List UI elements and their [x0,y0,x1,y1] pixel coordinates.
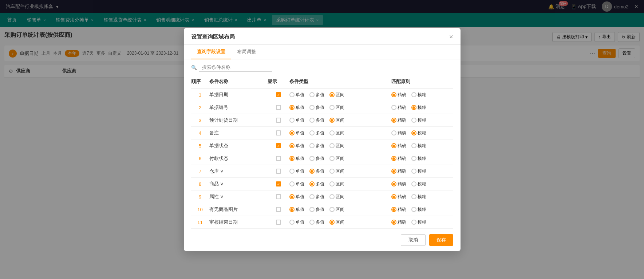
display-checkbox[interactable]: ✓ [276,181,281,186]
type-radio-single[interactable]: 单值 [289,219,304,225]
display-checkbox[interactable] [276,207,281,212]
type-radio-single[interactable]: 单值 [289,181,304,187]
type-radio-single[interactable]: 单值 [289,207,304,213]
radio-label-multi: 多值 [316,219,324,225]
search-input[interactable] [199,63,272,72]
rule-radio-fuzzy[interactable]: 模糊 [411,130,426,136]
rule-circle-fuzzy [411,181,416,186]
type-radio-multi[interactable]: 多值 [309,130,324,136]
rule-radio-fuzzy[interactable]: 模糊 [411,117,426,123]
type-radio-multi[interactable]: 多值 [309,156,324,162]
display-checkbox[interactable] [276,130,281,135]
type-radio-range[interactable]: 区间 [329,194,344,200]
rule-radio-exact[interactable]: 精确 [391,181,406,187]
rule-radio-exact[interactable]: 精确 [391,168,406,174]
type-radio-range[interactable]: 区间 [329,168,344,174]
rule-circle-fuzzy [411,92,416,97]
type-radio-single[interactable]: 单值 [289,117,304,123]
type-radio-multi[interactable]: 多值 [309,117,324,123]
rule-label-fuzzy: 模糊 [418,105,426,111]
type-radio-multi[interactable]: 多值 [309,181,324,187]
type-radio-range[interactable]: 区间 [329,130,344,136]
dialog-close-icon[interactable]: × [449,33,453,41]
type-radio-multi[interactable]: 多值 [309,207,324,213]
rule-circle-exact [391,156,396,161]
display-checkbox[interactable] [276,118,281,123]
rule-radio-exact[interactable]: 精确 [391,219,406,225]
dialog-tab-query-fields[interactable]: 查询字段设置 [191,45,231,59]
display-checkbox[interactable] [276,169,281,174]
rule-radio-fuzzy[interactable]: 模糊 [411,194,426,200]
radio-label-range: 区间 [336,117,344,123]
type-radio-single[interactable]: 单值 [289,130,304,136]
radio-circle-multi [309,130,315,135]
rule-circle-fuzzy [411,220,416,225]
rule-radio-exact[interactable]: 精确 [391,105,406,111]
type-radio-single[interactable]: 单值 [289,143,304,149]
display-checkbox[interactable] [276,194,281,199]
display-checkbox[interactable] [276,156,281,161]
rule-label-fuzzy: 模糊 [418,207,426,213]
rule-radio-fuzzy[interactable]: 模糊 [411,219,426,225]
type-radio-multi[interactable]: 多值 [309,92,324,98]
rule-radio-fuzzy[interactable]: 模糊 [411,181,426,187]
rule-radio-fuzzy[interactable]: 模糊 [411,143,426,149]
radio-label-single: 单值 [296,156,304,162]
rule-circle-exact [391,181,396,186]
radio-label-multi: 多值 [316,194,324,200]
type-radio-range[interactable]: 区间 [329,219,344,225]
display-checkbox[interactable]: ✓ [276,143,281,148]
radio-circle-range [329,220,335,225]
type-radio-single[interactable]: 单值 [289,92,304,98]
radio-label-range: 区间 [336,219,344,225]
type-radio-multi[interactable]: 多值 [309,219,324,225]
rule-radio-exact[interactable]: 精确 [391,117,406,123]
rule-radio-exact[interactable]: 精确 [391,194,406,200]
rule-circle-exact [391,207,396,212]
type-radio-single[interactable]: 单值 [289,194,304,200]
display-checkbox[interactable]: ✓ [276,92,281,97]
rule-radio-fuzzy[interactable]: 模糊 [411,168,426,174]
type-radio-multi[interactable]: 多值 [309,143,324,149]
rule-radio-exact[interactable]: 精确 [391,92,406,98]
row-display-cell: ✓ [268,92,289,97]
type-radio-single[interactable]: 单值 [289,105,304,111]
display-checkbox[interactable] [276,105,281,110]
rule-radio-exact[interactable]: 精确 [391,207,406,213]
rule-circle-exact [391,105,396,110]
rule-radio-exact[interactable]: 精确 [391,130,406,136]
type-radio-multi[interactable]: 多值 [309,194,324,200]
radio-label-multi: 多值 [316,92,324,98]
cancel-button[interactable]: 取消 [401,234,426,246]
type-radio-single[interactable]: 单值 [289,156,304,162]
type-radio-multi[interactable]: 多值 [309,168,324,174]
row-name: 属性 ∨ [209,193,268,200]
type-cell: 单值多值区间 [289,181,391,187]
type-radio-multi[interactable]: 多值 [309,105,324,111]
radio-label-range: 区间 [336,194,344,200]
type-radio-single[interactable]: 单值 [289,168,304,174]
type-radio-range[interactable]: 区间 [329,117,344,123]
rule-label-fuzzy: 模糊 [418,143,426,149]
rule-radio-fuzzy[interactable]: 模糊 [411,207,426,213]
display-checkbox[interactable] [276,220,281,225]
type-radio-range[interactable]: 区间 [329,143,344,149]
rule-radio-exact[interactable]: 精确 [391,143,406,149]
type-cell: 单值多值区间 [289,117,391,123]
rule-radio-fuzzy[interactable]: 模糊 [411,92,426,98]
search-icon: 🔍 [191,65,197,70]
radio-label-single: 单值 [296,130,304,136]
type-radio-range[interactable]: 区间 [329,92,344,98]
dialog-tab-layout[interactable]: 布局调整 [231,45,262,59]
rule-radio-fuzzy[interactable]: 模糊 [411,156,426,162]
save-button[interactable]: 保存 [429,234,453,246]
type-radio-range[interactable]: 区间 [329,207,344,213]
type-radio-range[interactable]: 区间 [329,181,344,187]
type-radio-range[interactable]: 区间 [329,156,344,162]
rule-radio-exact[interactable]: 精确 [391,156,406,162]
rule-cell: 精确模糊 [391,181,461,187]
type-radio-range[interactable]: 区间 [329,105,344,111]
rule-radio-fuzzy[interactable]: 模糊 [411,105,426,111]
radio-circle-single [289,169,295,174]
settings-table-header: 顺序 条件名称 显示 条件类型 匹配原则 [191,75,453,89]
